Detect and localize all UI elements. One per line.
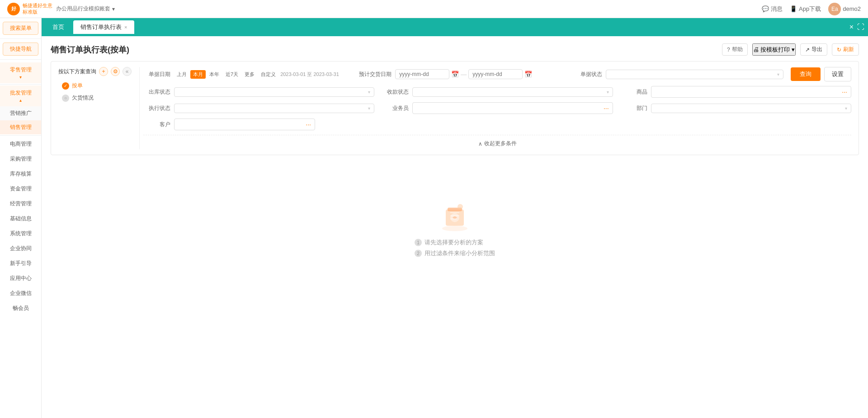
window-close-icon[interactable]: × bbox=[849, 23, 854, 31]
payment-select-control: ▾ bbox=[412, 87, 613, 97]
date-tab-this-month[interactable]: 本月 bbox=[190, 70, 206, 79]
query-button[interactable]: 查询 bbox=[791, 67, 821, 81]
help-button[interactable]: ? 帮助 bbox=[722, 43, 748, 56]
svg-point-0 bbox=[442, 226, 467, 231]
sidebar-item-marketing[interactable]: 营销推广 bbox=[0, 106, 41, 120]
date-tab-this-year[interactable]: 本年 bbox=[207, 70, 222, 79]
salesperson-more-icon[interactable]: ··· bbox=[604, 104, 609, 112]
sidebar-item-sales[interactable]: 销售管理 bbox=[0, 120, 41, 134]
sidebar-item-retail[interactable]: 零售管理 ▾ bbox=[0, 62, 41, 83]
user-menu[interactable]: Ea demo2 bbox=[828, 3, 861, 15]
export-button[interactable]: ↗ 导出 bbox=[800, 43, 827, 56]
execution-label: 执行状态 bbox=[143, 104, 170, 112]
tip-item-2: 2 用过滤条件来缩小分析范围 bbox=[415, 249, 495, 257]
filter-execution-item: 执行状态 ▾ bbox=[143, 104, 374, 113]
execution-select-control: ▾ bbox=[174, 104, 374, 113]
page-title-row: 销售订单执行表(按单) ? 帮助 🖨 按模板打印 ▾ ↗ 导出 bbox=[51, 43, 859, 56]
export-icon: ↗ bbox=[805, 47, 810, 53]
retail-label: 零售管理 bbox=[10, 66, 32, 74]
date-tabs: 上月 本月 本年 近7天 更多 自定义 bbox=[174, 70, 278, 79]
customer-more-icon[interactable]: ··· bbox=[306, 121, 311, 128]
sidebar-item-appcenter[interactable]: 应用中心 bbox=[0, 271, 41, 286]
goods-label: 商品 bbox=[620, 88, 647, 96]
sidebar-item-finance[interactable]: 资金管理 bbox=[0, 181, 41, 196]
app-download-button[interactable]: 📱 App下载 bbox=[790, 5, 821, 13]
payment-select[interactable]: ▾ bbox=[412, 87, 613, 97]
page-title: 销售订单执行表(按单) bbox=[51, 44, 129, 55]
refresh-icon: ↻ bbox=[837, 47, 841, 53]
date-group: 上月 本月 本年 近7天 更多 自定义 2023-03-01 至 2023-03… bbox=[174, 70, 352, 79]
filter-scheme-title-row: 按以下方案查询 + ⚙ « bbox=[58, 67, 134, 76]
department-select[interactable]: ▾ bbox=[651, 104, 851, 113]
wholesale-label: 批发管理 bbox=[10, 89, 32, 97]
breadcrumb: 办公用品行业模拟账套 ▾ bbox=[56, 5, 115, 13]
expected-date-start[interactable] bbox=[395, 69, 449, 79]
filter-expected-date-item: 预计交货日期 📅 — 📅 bbox=[359, 69, 567, 79]
window-expand-icon[interactable]: ⛶ bbox=[857, 23, 864, 31]
tab-sales-order[interactable]: 销售订单执行表 × bbox=[73, 20, 134, 34]
sidebar-item-wechat[interactable]: 企业微信 bbox=[0, 286, 41, 301]
sidebar-item-ecommerce[interactable]: 电商管理 bbox=[0, 137, 41, 152]
sidebar-item-operations[interactable]: 经营管理 bbox=[0, 196, 41, 211]
sidebar-item-basics[interactable]: 基础信息 bbox=[0, 211, 41, 226]
filter-layout: 按以下方案查询 + ⚙ « ✓ 按单 ○ bbox=[58, 67, 851, 149]
scheme-item-by-order[interactable]: ✓ 按单 bbox=[58, 80, 134, 92]
calendar-icon-1[interactable]: 📅 bbox=[451, 71, 459, 78]
filter-section: 按以下方案查询 + ⚙ « ✓ 按单 ○ bbox=[51, 61, 859, 155]
top-bar-right: 💬 消息 📱 App下载 Ea demo2 bbox=[762, 3, 861, 15]
sidebar-item-wholesale[interactable]: 批发管理 ▴ bbox=[0, 86, 41, 106]
sidebar-item-onboarding[interactable]: 新手引导 bbox=[0, 256, 41, 271]
date-tab-last-month[interactable]: 上月 bbox=[174, 70, 189, 79]
expected-date-end[interactable] bbox=[468, 69, 523, 79]
message-button[interactable]: 💬 消息 bbox=[762, 5, 783, 13]
setting-button[interactable]: 设置 bbox=[824, 67, 851, 81]
filter-sidebar: 按以下方案查询 + ⚙ « ✓ 按单 ○ bbox=[58, 67, 140, 149]
customer-control: ··· bbox=[174, 119, 315, 130]
filter-delivery-item: 出库状态 ▾ bbox=[143, 87, 374, 97]
logo-text: 畅捷通好生意 标准版 bbox=[23, 3, 52, 14]
breadcrumb-dropdown-icon[interactable]: ▾ bbox=[112, 6, 115, 12]
quick-nav-button[interactable]: 快捷导航 bbox=[3, 43, 38, 56]
page-title-actions: ? 帮助 🖨 按模板打印 ▾ ↗ 导出 ↻ 刷新 bbox=[722, 43, 859, 56]
salesperson-input[interactable] bbox=[416, 105, 604, 111]
add-scheme-button[interactable]: + bbox=[99, 67, 108, 76]
delivery-select[interactable]: ▾ bbox=[174, 87, 374, 97]
wholesale-submenu: 营销推广 销售管理 bbox=[0, 106, 41, 134]
customer-input-wrapper: ··· bbox=[174, 119, 315, 130]
refresh-button[interactable]: ↻ 刷新 bbox=[832, 43, 859, 56]
query-action-buttons: 查询 设置 bbox=[791, 67, 851, 81]
salesperson-label: 业务员 bbox=[382, 104, 409, 112]
execution-select[interactable]: ▾ bbox=[174, 104, 374, 113]
template-print-button[interactable]: 🖨 按模板打印 ▾ bbox=[752, 43, 796, 56]
logo-icon: 好 bbox=[7, 3, 20, 15]
calendar-icon-2[interactable]: 📅 bbox=[524, 71, 532, 78]
collapse-sidebar-button[interactable]: « bbox=[123, 67, 132, 76]
sidebar-item-purchase[interactable]: 采购管理 bbox=[0, 152, 41, 166]
tip-item-1: 1 请先选择要分析的方案 bbox=[415, 238, 495, 247]
goods-input[interactable] bbox=[655, 89, 842, 95]
tab-close-icon[interactable]: × bbox=[124, 24, 127, 30]
dropdown-arrow-icon: ▾ bbox=[792, 46, 795, 53]
sidebar-item-enterprise[interactable]: 企业协同 bbox=[0, 241, 41, 256]
date-tab-custom[interactable]: 自定义 bbox=[258, 70, 278, 79]
customer-input[interactable] bbox=[178, 121, 306, 128]
goods-more-icon[interactable]: ··· bbox=[842, 88, 847, 95]
sidebar: 搜索菜单 快捷导航 零售管理 ▾ 批发管理 ▴ 营销推广 销售管理 bbox=[0, 18, 42, 418]
tab-home[interactable]: 首页 bbox=[45, 20, 71, 34]
date-label: 单据日期 bbox=[143, 71, 170, 78]
search-menu-button[interactable]: 搜索菜单 bbox=[3, 22, 38, 35]
scheme-active-icon: ✓ bbox=[62, 82, 69, 90]
sidebar-item-system[interactable]: 系统管理 bbox=[0, 226, 41, 241]
set-scheme-button[interactable]: ⚙ bbox=[111, 67, 120, 76]
sidebar-item-inventory[interactable]: 库存核算 bbox=[0, 166, 41, 181]
sidebar-item-member[interactable]: 畅会员 bbox=[0, 301, 41, 316]
tab-bar: 首页 销售订单执行表 × × ⛶ bbox=[42, 18, 868, 36]
message-icon: 💬 bbox=[762, 5, 769, 12]
scheme-item-shortage[interactable]: ○ 欠货情况 bbox=[58, 92, 134, 104]
date-tab-last-7-days[interactable]: 近7天 bbox=[223, 70, 241, 79]
execution-dropdown-icon: ▾ bbox=[368, 106, 370, 111]
salesperson-input-wrapper: ··· bbox=[412, 102, 613, 114]
date-tab-more[interactable]: 更多 bbox=[242, 70, 257, 79]
status-select[interactable]: ▾ bbox=[606, 70, 783, 79]
collapse-bar[interactable]: ∧ 收起更多条件 bbox=[143, 138, 851, 149]
